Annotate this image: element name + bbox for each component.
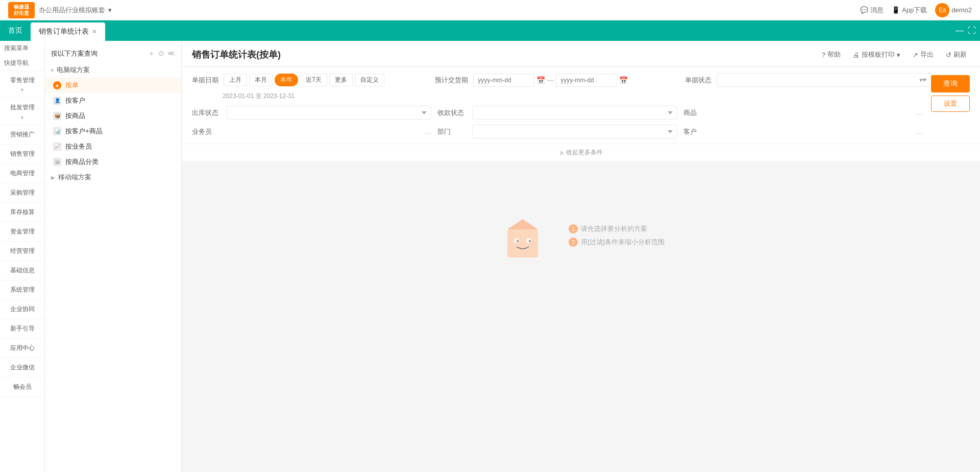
- date-btn-last-month[interactable]: 上月: [224, 74, 247, 86]
- breadcrumb-text: 办公用品行业模拟账套: [39, 6, 105, 15]
- customer-more-btn[interactable]: …: [916, 128, 923, 135]
- page-title: 销售订单统计表(按单): [192, 49, 281, 61]
- help-btn[interactable]: ? 帮助: [819, 48, 844, 61]
- department-select[interactable]: [472, 125, 677, 138]
- messages-btn[interactable]: 💬 消息: [860, 6, 884, 15]
- page-actions: ? 帮助 🖨 按模板打印 ▾ ↗ 导出 ↺ 刷新: [819, 48, 970, 61]
- svg-rect-0: [507, 229, 538, 257]
- customer-label: 客户: [683, 127, 714, 136]
- bill-date-filter: 上月 本月 本年 近7天 更多 自定义: [224, 74, 430, 86]
- empty-svg: [497, 209, 548, 265]
- tree-item-by-category[interactable]: 🗂 按商品分类: [45, 154, 181, 170]
- main-content: 销售订单统计表(按单) ? 帮助 🖨 按模板打印 ▾ ↗ 导出: [182, 41, 980, 472]
- tab-sales-order-stats[interactable]: 销售订单统计表 ✕: [31, 22, 105, 41]
- bill-status-select[interactable]: [717, 73, 932, 87]
- date-btn-last-7[interactable]: 近7天: [300, 74, 327, 86]
- panel-icons: ＋ ⊙ ≪: [148, 49, 175, 58]
- salesperson-more-btn[interactable]: …: [425, 128, 431, 135]
- collapse-label: 收起更多条件: [566, 148, 603, 157]
- add-icon[interactable]: ＋: [148, 49, 155, 58]
- chevron-down-icon[interactable]: ▾: [108, 6, 112, 14]
- window-controls: — ⛶: [955, 26, 976, 35]
- sidebar-item-basic[interactable]: 基础信息: [0, 261, 44, 280]
- sidebar-item-purchase[interactable]: 采购管理: [0, 183, 44, 203]
- sidebar-nav-label[interactable]: 快捷导航: [0, 56, 44, 71]
- sidebar-item-operations[interactable]: 经营管理: [0, 242, 44, 261]
- sidebar-item-sales[interactable]: 销售管理: [0, 145, 44, 164]
- date-btn-custom[interactable]: 自定义: [355, 74, 384, 86]
- sidebar-search-label[interactable]: 搜索菜单: [0, 41, 44, 56]
- sidebar-item-enterprise[interactable]: 企业协同: [0, 300, 44, 319]
- goods-more-btn[interactable]: …: [916, 109, 923, 116]
- sidebar-item-wholesale[interactable]: 批发管理 ▴: [0, 98, 44, 125]
- date-sep: —: [547, 76, 554, 84]
- search-button[interactable]: 查询: [931, 75, 970, 92]
- date-btn-this-month[interactable]: 本月: [249, 74, 273, 86]
- template-print-btn[interactable]: 🖨 按模板打印 ▾: [850, 48, 903, 61]
- collapse-icon[interactable]: ≪: [167, 49, 175, 58]
- date-btn-more[interactable]: 更多: [329, 74, 353, 86]
- sidebar-item-system[interactable]: 系统管理: [0, 280, 44, 300]
- out-status-filter: 出库状态: [192, 106, 431, 120]
- delivery-from-input[interactable]: [473, 74, 534, 87]
- tab-home[interactable]: 首页: [0, 20, 31, 41]
- collapse-bar[interactable]: ∧ 收起更多条件: [182, 144, 980, 161]
- calendar-icon-2[interactable]: 📅: [619, 76, 628, 84]
- sidebar-item-finance[interactable]: 资金管理: [0, 222, 44, 242]
- active-bullet: ●: [53, 81, 61, 89]
- goods-filter: 商品 …: [683, 106, 923, 120]
- settings-icon[interactable]: ⊙: [158, 49, 164, 58]
- empty-illustration: [497, 209, 548, 267]
- tree-item-by-order[interactable]: ● 按单: [45, 78, 181, 93]
- tree-item-by-customer[interactable]: 👤 按客户: [45, 93, 181, 108]
- tree-item-by-salesperson[interactable]: 📈 按业务员: [45, 139, 181, 154]
- sidebar-item-ecommerce[interactable]: 电商管理: [0, 164, 44, 183]
- tree-arrow-icon: ▾: [51, 67, 54, 73]
- export-btn[interactable]: ↗ 导出: [910, 48, 937, 61]
- calendar-icon[interactable]: 📅: [536, 76, 545, 84]
- receipt-status-select[interactable]: [472, 106, 677, 120]
- left-panel: 按以下方案查询 ＋ ⊙ ≪ ▾ 电脑端方案 ● 按单 👤 按客户: [45, 41, 182, 472]
- search-action-area: 查询 设置: [923, 73, 970, 144]
- setting-button[interactable]: 设置: [931, 96, 970, 112]
- download-icon: 📱: [892, 6, 900, 14]
- maximize-icon[interactable]: ⛶: [968, 26, 976, 35]
- refresh-btn[interactable]: ↺ 刷新: [943, 48, 970, 61]
- tree-item-by-cust-prod[interactable]: 📊 按客户+商品: [45, 124, 181, 139]
- department-filter: 部门: [437, 125, 677, 138]
- sidebar-item-marketing[interactable]: 营销推广: [0, 125, 44, 145]
- tree-icon: 🗂: [53, 158, 61, 166]
- sidebar-item-newbie[interactable]: 新手引导: [0, 319, 44, 339]
- bill-status-group: ▾: [717, 73, 923, 87]
- user-menu[interactable]: Ea demo2: [935, 3, 972, 17]
- sidebar-item-retail[interactable]: 零售管理 ▾: [0, 71, 44, 98]
- sidebar-item-app-center[interactable]: 应用中心: [0, 339, 44, 358]
- tree-item-by-product[interactable]: 📦 按商品: [45, 108, 181, 124]
- date-buttons: 上月 本月 本年 近7天 更多 自定义: [224, 74, 384, 86]
- user-name: demo2: [951, 6, 972, 14]
- tree-mobile-parent[interactable]: ▶ 移动端方案: [45, 170, 181, 185]
- sidebar-item-weixin[interactable]: 企业微信: [0, 358, 44, 377]
- out-status-label: 出库状态: [192, 108, 223, 117]
- tree-desktop-parent[interactable]: ▾ 电脑端方案: [45, 62, 181, 78]
- department-label: 部门: [437, 127, 468, 136]
- help-icon: ?: [822, 51, 825, 59]
- logo-line1: 畅捷通: [14, 4, 29, 10]
- minimize-icon[interactable]: —: [955, 26, 964, 35]
- top-bar-left: 畅捷通 好生意 办公用品行业模拟账套 ▾: [8, 2, 112, 18]
- out-status-select[interactable]: [227, 106, 431, 120]
- sidebar-item-inventory[interactable]: 库存核算: [0, 203, 44, 222]
- bill-status-label: 单据状态: [685, 76, 712, 85]
- logo-line2: 好生意: [14, 10, 29, 16]
- refresh-icon: ↺: [946, 51, 951, 59]
- sidebar-item-member[interactable]: 畅会员: [0, 377, 44, 397]
- panel-title: 按以下方案查询: [51, 49, 145, 58]
- app-download-btn[interactable]: 📱 App下载: [892, 6, 927, 15]
- avatar: Ea: [935, 3, 949, 17]
- delivery-to-input[interactable]: [556, 74, 617, 87]
- breadcrumb: 办公用品行业模拟账套 ▾: [39, 6, 112, 15]
- goods-label: 商品: [683, 108, 714, 117]
- date-btn-this-year[interactable]: 本年: [275, 74, 298, 86]
- svg-marker-1: [507, 219, 538, 229]
- tab-close-icon[interactable]: ✕: [92, 28, 97, 35]
